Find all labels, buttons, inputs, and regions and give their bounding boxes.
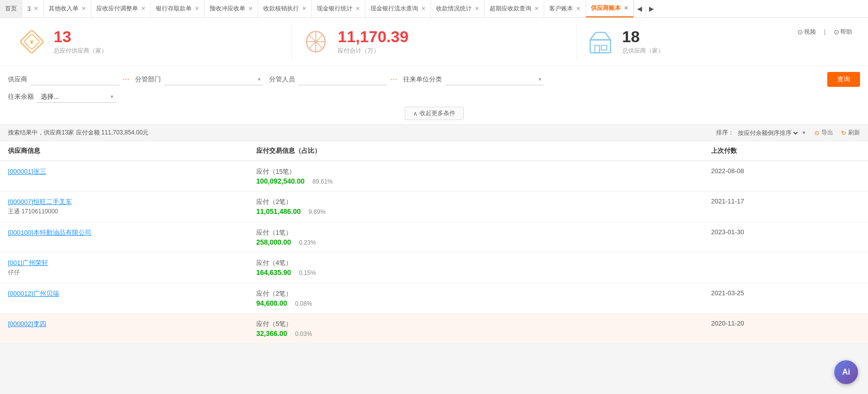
supplier-cell-0: [000001]张三 bbox=[8, 167, 256, 176]
nav-tab-cash-bank[interactable]: 现金银行统计 ✕ bbox=[312, 0, 365, 17]
close-icon[interactable]: ✕ bbox=[141, 5, 145, 12]
nav-tab-overdue[interactable]: 超期应收款查询 ✕ bbox=[485, 0, 544, 17]
refresh-button[interactable]: ↻ 刷新 bbox=[841, 129, 860, 137]
category-select[interactable] bbox=[445, 73, 544, 85]
tx-cell-5: 应付（5笔） 32,366.00 0.03% bbox=[256, 320, 711, 337]
svg-point-8 bbox=[314, 40, 318, 43]
stat-card-total-suppliers: 18 总供应商（家） ⊙ 视频 ｜ ⊙ 帮助 bbox=[577, 24, 860, 60]
table-row: [000012]广州贝瑞 应付（2笔） 94,600.00 0.08% 2021… bbox=[0, 283, 868, 314]
sort-label: 排序： bbox=[716, 129, 734, 137]
nav-tab-supplier-ledger[interactable]: 供应商账本 ✕ bbox=[586, 0, 634, 17]
person-dots[interactable]: ··· bbox=[390, 75, 397, 84]
result-summary: 搜索结果中，供应商13家 应付金额 111,703,854.00元 bbox=[8, 129, 148, 137]
person-input[interactable] bbox=[298, 73, 387, 85]
close-icon[interactable]: ✕ bbox=[34, 5, 38, 12]
close-icon[interactable]: ✕ bbox=[624, 5, 628, 11]
collapse-button[interactable]: 收起更多条件 bbox=[405, 107, 464, 120]
stat-info-shops: 18 总供应商（家） bbox=[622, 29, 664, 55]
supplier-cell-4: [000012]广州贝瑞 bbox=[8, 289, 256, 298]
close-icon[interactable]: ✕ bbox=[356, 5, 360, 12]
nav-tab-bank-deposit[interactable]: 银行存取款单 ✕ bbox=[151, 0, 205, 17]
svg-rect-9 bbox=[590, 40, 610, 53]
sort-select[interactable]: 按应付余额倒序排序 bbox=[736, 129, 799, 137]
stat-card-total-payable: 11,170.39 应付合计（万） bbox=[292, 24, 576, 60]
filter-department: 分管部门 bbox=[135, 73, 263, 85]
nav-tab-home[interactable]: 首页 bbox=[0, 0, 22, 17]
close-icon[interactable]: ✕ bbox=[248, 5, 253, 12]
balance-select[interactable]: 选择... bbox=[37, 91, 116, 103]
supplier-link-5[interactable]: [000002]李四 bbox=[8, 320, 46, 328]
table-row: [000100]本特勤油品有限公司 应付（1笔） 258,000.00 0.23… bbox=[0, 222, 868, 253]
supplier-link-3[interactable]: [001]广州荣轩 bbox=[8, 259, 48, 266]
col-header-lastpay: 上次付数 bbox=[711, 146, 860, 155]
col-header-supplier: 供应商信息 bbox=[8, 146, 256, 155]
table-row: [000007]恒旺二手叉车 王通 17106110000 应付（2笔） 11,… bbox=[0, 192, 868, 222]
query-button[interactable]: 查询 bbox=[827, 72, 860, 87]
nav-tab-other-income[interactable]: 其他收入单 ✕ bbox=[44, 0, 91, 17]
supplier-input[interactable] bbox=[30, 73, 120, 85]
nav-tab-cashflow[interactable]: 现金银行流水查询 ✕ bbox=[365, 0, 431, 17]
nav-next-arrow[interactable]: ▶ bbox=[646, 0, 657, 17]
department-label: 分管部门 bbox=[135, 75, 161, 84]
tx-cell-4: 应付（2笔） 94,600.00 0.08% bbox=[256, 289, 711, 307]
nav-tab-customer-ledger[interactable]: 客户账本 ✕ bbox=[544, 0, 586, 17]
question-icon: ⊙ bbox=[834, 28, 839, 36]
stat-info-total: 11,170.39 应付合计（万） bbox=[338, 29, 408, 55]
supplier-link-1[interactable]: [000007]恒旺二手叉车 bbox=[8, 198, 72, 205]
shops-label: 总供应商（家） bbox=[622, 47, 664, 55]
close-icon[interactable]: ✕ bbox=[195, 5, 199, 12]
lastpay-cell-0: 2022-08-08 bbox=[711, 167, 860, 175]
close-icon[interactable]: ✕ bbox=[81, 5, 86, 12]
nav-tab-adjustment[interactable]: 应收应付调整单 ✕ bbox=[91, 0, 151, 17]
export-button[interactable]: ⊙ 导出 bbox=[814, 129, 833, 137]
stat-help: ⊙ 视频 ｜ ⊙ 帮助 bbox=[797, 28, 852, 36]
close-icon[interactable]: ✕ bbox=[421, 5, 426, 12]
supplier-cell-3: [001]广州荣轩 仔仔 bbox=[8, 259, 256, 277]
svg-rect-10 bbox=[594, 45, 599, 53]
department-select[interactable] bbox=[164, 73, 263, 85]
table-body: [000001]张三 应付（15笔） 100,092,540.00 89.61%… bbox=[0, 161, 868, 344]
stat-cards: ¥ 13 总应付供应商（家） 11,170.39 应付合计（万） bbox=[0, 18, 868, 66]
payable-label: 总应付供应商（家） bbox=[54, 47, 107, 55]
supplier-link-4[interactable]: [000012]广州贝瑞 bbox=[8, 290, 59, 297]
help-link[interactable]: ⊙ 帮助 bbox=[834, 28, 852, 36]
table-container: 供应商信息 应付交易信息（占比） 上次付数 [000001]张三 应付（15笔）… bbox=[0, 141, 868, 344]
top-nav: 首页 3 ✕ 其他收入单 ✕ 应收应付调整单 ✕ 银行存取款单 ✕ 预收冲应收单… bbox=[0, 0, 868, 18]
filter-balance: 往来余额 选择... bbox=[8, 91, 116, 103]
filter-row-1: 供应商 ··· 分管部门 分管人员 ··· 往来单位分类 bbox=[8, 72, 860, 87]
table-row: [001]广州荣轩 仔仔 应付（4笔） 164,635.90 0.15% bbox=[0, 253, 868, 283]
nav-tab-3[interactable]: 3 ✕ bbox=[22, 0, 44, 17]
nav-tab-collection-stat[interactable]: 收款情况统计 ✕ bbox=[431, 0, 485, 17]
close-icon[interactable]: ✕ bbox=[534, 5, 539, 12]
nav-tab-prepay[interactable]: 预收冲应收单 ✕ bbox=[205, 0, 258, 17]
close-icon[interactable]: ✕ bbox=[302, 5, 306, 12]
result-bar: 搜索结果中，供应商13家 应付金额 111,703,854.00元 排序： 按应… bbox=[0, 125, 868, 141]
department-select-wrap bbox=[164, 73, 263, 85]
total-number: 11,170.39 bbox=[338, 29, 408, 45]
refresh-icon: ↻ bbox=[841, 130, 846, 136]
payable-number: 13 bbox=[54, 29, 107, 45]
supplier-cell-1: [000007]恒旺二手叉车 王通 17106110000 bbox=[8, 197, 256, 216]
close-icon[interactable]: ✕ bbox=[475, 5, 479, 12]
lastpay-cell-1: 2021-11-17 bbox=[711, 197, 860, 205]
supplier-link-0[interactable]: [000001]张三 bbox=[8, 168, 46, 175]
lastpay-cell-2: 2023-01-30 bbox=[711, 228, 860, 236]
table-row: [000001]张三 应付（15笔） 100,092,540.00 89.61%… bbox=[0, 161, 868, 192]
filter-supplier: 供应商 ··· bbox=[8, 73, 129, 85]
lastpay-cell-5: 2020-11-20 bbox=[711, 320, 860, 327]
supplier-dots[interactable]: ··· bbox=[123, 75, 129, 84]
nav-prev-arrow[interactable]: ◀ bbox=[634, 0, 646, 17]
table-header: 供应商信息 应付交易信息（占比） 上次付数 bbox=[0, 141, 868, 161]
ai-button[interactable]: Ai bbox=[834, 360, 858, 384]
supplier-link-2[interactable]: [000100]本特勤油品有限公司 bbox=[8, 229, 91, 236]
shop-icon bbox=[586, 28, 614, 56]
lastpay-cell-4: 2021-03-25 bbox=[711, 289, 860, 297]
video-link[interactable]: ⊙ 视频 bbox=[797, 28, 816, 36]
stat-info-payable: 13 总应付供应商（家） bbox=[54, 29, 107, 55]
filter-person: 分管人员 ··· bbox=[269, 73, 397, 85]
filter-bar: 供应商 ··· 分管部门 分管人员 ··· 往来单位分类 bbox=[0, 66, 868, 125]
shops-number: 18 bbox=[622, 29, 664, 45]
supplier-cell-5: [000002]李四 bbox=[8, 320, 256, 328]
close-icon[interactable]: ✕ bbox=[576, 5, 580, 12]
nav-tab-collection[interactable]: 收款核销执行 ✕ bbox=[258, 0, 312, 17]
